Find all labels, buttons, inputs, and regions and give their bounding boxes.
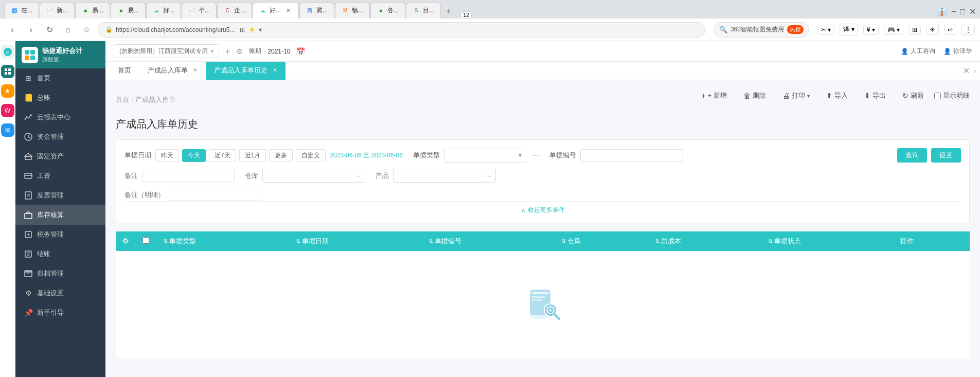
customer-service-btn[interactable]: 👤 人工咨询 xyxy=(901,47,935,56)
sidebar-item-tax[interactable]: 税务管理 xyxy=(15,225,105,244)
address-input[interactable]: 🔒 https://cloud.chanjet.com/accounting/u… xyxy=(98,22,705,38)
sidebar-item-fixed-assets[interactable]: 固定资产 xyxy=(15,147,105,166)
print-button[interactable]: 🖨 打印 ▾ xyxy=(776,88,816,103)
calendar-icon[interactable]: 📅 xyxy=(296,47,305,56)
col-type[interactable]: ⇅ 单据类型 xyxy=(157,231,290,251)
browser-tab-1[interactable]: 🌀 在... xyxy=(4,2,39,19)
sidebar-item-base-settings[interactable]: ⚙ 基础设置 xyxy=(15,283,105,303)
product-select[interactable]: ··· xyxy=(393,169,496,183)
sidebar-icon-2[interactable]: ★ xyxy=(1,84,14,98)
close-icon[interactable]: ✕ xyxy=(969,7,976,16)
theme-button[interactable]: ☀ xyxy=(926,25,939,35)
company-selector[interactable]: (勿删勿禁用）江西服宝测试专用 ▾ xyxy=(114,44,219,58)
col-warehouse[interactable]: ⇅ 仓库 xyxy=(555,231,649,251)
type-more-btn[interactable]: ··· xyxy=(532,151,539,160)
sidebar-item-payroll[interactable]: 工资 xyxy=(15,166,105,186)
add-button[interactable]: + xyxy=(225,47,230,56)
select-all-checkbox[interactable] xyxy=(142,237,149,244)
page-tab-list[interactable]: 产成品入库单 ✕ xyxy=(139,62,206,80)
close-all-button[interactable]: ✕ xyxy=(963,66,970,76)
home-button[interactable]: ⌂ xyxy=(61,23,75,37)
browser-tab-11[interactable]: ■ 各... xyxy=(370,2,405,19)
show-columns-toggle[interactable]: 显示明细 xyxy=(934,91,970,100)
col-checkbox[interactable] xyxy=(136,231,157,251)
translate-button[interactable]: 译 ▾ xyxy=(840,24,858,35)
number-input[interactable] xyxy=(580,149,683,161)
browser-tab-12[interactable]: S 目... xyxy=(406,2,441,19)
more-button[interactable]: ⋮ xyxy=(961,25,975,35)
sidebar-item-inventory[interactable]: 库存核算 xyxy=(15,205,105,225)
refresh-button[interactable]: ↻ xyxy=(42,23,57,37)
user-avatar-btn[interactable]: 👤 徐泽华 xyxy=(943,47,972,56)
more-btn[interactable]: 更多 xyxy=(269,149,293,162)
query-button[interactable]: 查询 xyxy=(897,148,927,163)
col-number[interactable]: ⇅ 单据编号 xyxy=(422,231,555,251)
close-panel-chevron[interactable]: › xyxy=(974,67,976,75)
game-button[interactable]: 🎮 ▾ xyxy=(884,25,903,35)
browser-tab-4[interactable]: ■ 易... xyxy=(111,2,146,19)
type-select[interactable]: ▾ xyxy=(444,149,526,163)
browser-tab-3[interactable]: ■ 易... xyxy=(75,2,110,19)
sidebar-icon-4[interactable]: ✉ xyxy=(1,123,14,137)
search-box[interactable]: 🔍 360智能抠图免费用 热搜 xyxy=(714,22,809,38)
settings-gear-icon[interactable]: ⚙ xyxy=(236,47,243,56)
delete-button[interactable]: 🗑 删除 xyxy=(737,88,772,103)
col-settings[interactable] xyxy=(116,231,136,251)
nav-brand[interactable]: 畅捷通好会计 旗舰版 xyxy=(15,41,105,68)
page-tab-home[interactable]: 首页 xyxy=(110,62,139,80)
col-total-cost[interactable]: ⇅ 总成本 xyxy=(649,231,762,251)
sidebar-item-settlement[interactable]: 结账 xyxy=(15,244,105,264)
app-logo[interactable]: C xyxy=(1,45,14,59)
sidebar-item-fund[interactable]: 资金管理 xyxy=(15,127,105,147)
sidebar-icon-1[interactable] xyxy=(1,65,14,78)
bookmark-button[interactable]: ☆ xyxy=(79,23,94,37)
warehouse-select[interactable]: ··· xyxy=(262,169,365,183)
tab-close-8[interactable]: ✕ xyxy=(284,7,292,15)
remark-input[interactable] xyxy=(142,170,235,182)
sidebar-item-new-guide[interactable]: 📌 新手引导 xyxy=(15,303,105,322)
week-btn[interactable]: 近7天 xyxy=(209,149,236,162)
forward-button[interactable]: › xyxy=(24,23,38,37)
settings-button[interactable]: 设置 xyxy=(931,148,961,163)
month-btn[interactable]: 近1月 xyxy=(239,149,266,162)
sidebar-item-home[interactable]: ⊞ 首页 xyxy=(15,68,105,88)
breadcrumb-list[interactable]: 产成品入库单 xyxy=(135,95,175,104)
col-date[interactable]: ⇅ 单据日期 xyxy=(290,231,422,251)
browser-tab-10[interactable]: M 畅... xyxy=(335,2,370,19)
grid-button[interactable]: ⊞ xyxy=(908,25,921,35)
browser-tab-8[interactable]: ☁ 好... ✕ xyxy=(253,2,299,19)
sidebar-item-archive[interactable]: 归档管理 xyxy=(15,264,105,283)
yesterday-btn[interactable]: 昨天 xyxy=(155,149,179,162)
maximize-icon[interactable]: □ xyxy=(960,7,965,16)
custom-btn[interactable]: 自定义 xyxy=(296,149,326,162)
yuan-button[interactable]: ¥ ▾ xyxy=(863,25,879,35)
detail-remark-input[interactable] xyxy=(169,189,261,201)
undo-button[interactable]: ↩ xyxy=(944,25,956,35)
chevron-down-icon[interactable]: ▾ xyxy=(259,26,262,33)
col-status[interactable]: ⇅ 单据状态 xyxy=(762,231,895,251)
today-btn[interactable]: 今天 xyxy=(182,149,206,162)
page-tab-list-close[interactable]: ✕ xyxy=(193,67,198,74)
browser-tab-2[interactable]: 📄 新... xyxy=(40,2,75,19)
new-tab-button[interactable]: + xyxy=(441,4,456,19)
export-button[interactable]: ⬇ 导出 xyxy=(858,88,892,103)
back-button[interactable]: ‹ xyxy=(5,23,20,37)
browser-tab-6[interactable]: 📄 个... xyxy=(182,2,217,19)
breadcrumb-home[interactable]: 首页 xyxy=(116,95,129,104)
sidebar-item-ledger[interactable]: 📒 总账 xyxy=(15,88,105,107)
import-button[interactable]: ⬆ 导入 xyxy=(820,88,854,103)
sidebar-item-invoice[interactable]: 发票管理 xyxy=(15,186,105,205)
minimize-icon[interactable]: − xyxy=(951,7,956,16)
refresh-button[interactable]: ↻ 刷新 xyxy=(896,88,930,103)
page-tab-history[interactable]: 产成品入库单历史 ✕ xyxy=(206,62,286,80)
browser-tab-9[interactable]: 腾 腾... xyxy=(299,2,334,19)
browser-tab-7[interactable]: C 企... xyxy=(217,2,252,19)
collapse-row[interactable]: ∧ 收起更多条件 xyxy=(124,201,961,214)
sidebar-item-cloud-report[interactable]: 云报表中心 xyxy=(15,107,105,127)
scissors-button[interactable]: ✂ ▾ xyxy=(817,25,834,35)
page-tab-history-close[interactable]: ✕ xyxy=(273,67,277,74)
show-columns-checkbox[interactable] xyxy=(934,93,941,99)
add-button[interactable]: + + 新增 xyxy=(696,88,733,103)
browser-tab-5[interactable]: ☁ 好... xyxy=(146,2,181,19)
sidebar-icon-3[interactable]: W xyxy=(1,104,14,117)
